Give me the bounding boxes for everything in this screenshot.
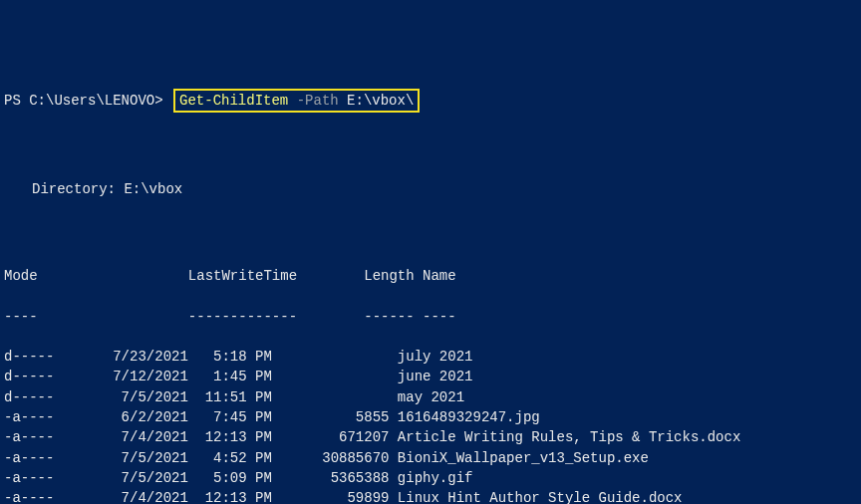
cmd-argument: E:\vbox\ bbox=[347, 93, 414, 109]
prompt-text: PS C:\Users\LENOVO> bbox=[4, 93, 163, 109]
command-highlight-box: Get-ChildItem -Path E:\vbox\ bbox=[173, 89, 420, 113]
table-row: -a---- 7/5/2021 5:09 PM 5365388 giphy.gi… bbox=[4, 468, 861, 488]
prompt-line-1: PS C:\Users\LENOVO> Get-ChildItem -Path … bbox=[4, 89, 861, 113]
table-row: d----- 7/5/2021 11:51 PM may 2021 bbox=[4, 387, 861, 407]
table-row: d----- 7/12/2021 1:45 PM june 2021 bbox=[4, 367, 861, 386]
cmd-parameter: -Path bbox=[297, 93, 339, 109]
table-header: Mode LastWriteTime Length Name bbox=[4, 266, 861, 286]
table-header-dashes: ---- ------------- ------ ---- bbox=[4, 307, 861, 327]
directory-label: Directory: E:\vbox bbox=[4, 179, 861, 199]
cmdlet-name: Get-ChildItem bbox=[179, 93, 288, 109]
table-row: -a---- 7/4/2021 12:13 PM 671207 Article … bbox=[4, 427, 861, 447]
table-row: d----- 7/23/2021 5:18 PM july 2021 bbox=[4, 347, 861, 367]
table-row: -a---- 7/5/2021 4:52 PM 30885670 BioniX_… bbox=[4, 448, 861, 468]
table-row: -a---- 7/4/2021 12:13 PM 59899 Linux Hin… bbox=[4, 488, 861, 504]
table-row: -a---- 6/2/2021 7:45 PM 5855 16164893292… bbox=[4, 407, 861, 427]
